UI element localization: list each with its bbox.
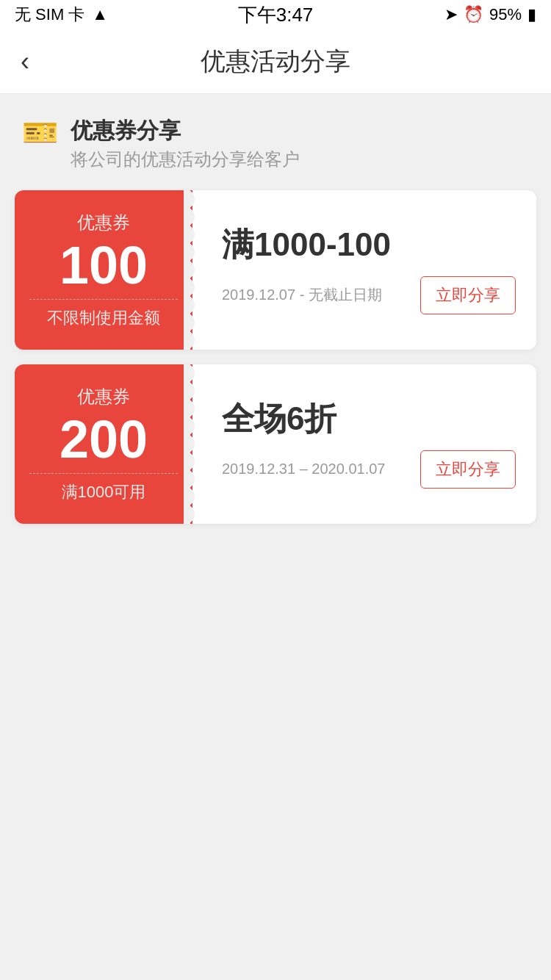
empty-space xyxy=(0,546,551,913)
coupon-left-1: 优惠券 100 不限制使用金额 xyxy=(15,190,192,350)
coupon-condition-1: 不限制使用金额 xyxy=(47,307,160,329)
battery-icon: ▮ xyxy=(527,5,536,24)
coupon-value-1: 100 xyxy=(60,239,148,292)
coupon-card-1: 优惠券 100 不限制使用金额 满1000-100 2019.12.07 - 无… xyxy=(15,190,536,350)
carrier-text: 无 SIM 卡 xyxy=(15,4,84,26)
status-time: 下午3:47 xyxy=(238,2,314,28)
status-right: ➤ ⏰ 95% ▮ xyxy=(444,5,536,24)
coupon-value-2: 200 xyxy=(60,413,148,466)
coupon-bottom-row-2: 2019.12.31 – 2020.01.07 立即分享 xyxy=(222,450,516,489)
back-button[interactable]: ‹ xyxy=(21,48,29,75)
battery-text: 95% xyxy=(489,5,522,24)
coupon-right-2: 全场6折 2019.12.31 – 2020.01.07 立即分享 xyxy=(192,364,536,524)
coupon-label-2: 优惠券 xyxy=(77,385,130,408)
location-icon: ➤ xyxy=(444,5,458,24)
coupon-right-1: 满1000-100 2019.12.07 - 无截止日期 立即分享 xyxy=(192,190,536,350)
alarm-icon: ⏰ xyxy=(464,5,483,24)
coupon-name-1: 满1000-100 xyxy=(222,226,516,264)
coupon-list: 优惠券 100 不限制使用金额 满1000-100 2019.12.07 - 无… xyxy=(0,183,551,546)
nav-bar: ‹ 优惠活动分享 xyxy=(0,29,551,94)
wifi-icon: ▲ xyxy=(92,5,108,24)
coupon-date-1: 2019.12.07 - 无截止日期 xyxy=(222,285,413,305)
section-subtitle: 将公司的优惠活动分享给客户 xyxy=(71,148,300,171)
coupon-condition-2: 满1000可用 xyxy=(62,481,146,503)
coupon-date-2: 2019.12.31 – 2020.01.07 xyxy=(222,461,413,478)
coupon-section-icon: 🎫 xyxy=(22,118,59,147)
coupon-label-1: 优惠券 xyxy=(77,211,130,234)
section-title: 优惠券分享 xyxy=(71,116,300,145)
coupon-left-2: 优惠券 200 满1000可用 xyxy=(15,364,192,524)
share-button-1[interactable]: 立即分享 xyxy=(420,276,516,314)
share-button-2[interactable]: 立即分享 xyxy=(420,450,516,489)
status-bar: 无 SIM 卡 ▲ 下午3:47 ➤ ⏰ 95% ▮ xyxy=(0,0,551,29)
status-left: 无 SIM 卡 ▲ xyxy=(15,4,108,26)
coupon-bottom-row-1: 2019.12.07 - 无截止日期 立即分享 xyxy=(222,276,516,314)
coupon-card-2: 优惠券 200 满1000可用 全场6折 2019.12.31 – 2020.0… xyxy=(15,364,536,524)
nav-title: 优惠活动分享 xyxy=(201,45,350,79)
section-header: 🎫 优惠券分享 将公司的优惠活动分享给客户 xyxy=(0,94,551,183)
section-text: 优惠券分享 将公司的优惠活动分享给客户 xyxy=(71,116,300,171)
coupon-name-2: 全场6折 xyxy=(222,400,516,439)
